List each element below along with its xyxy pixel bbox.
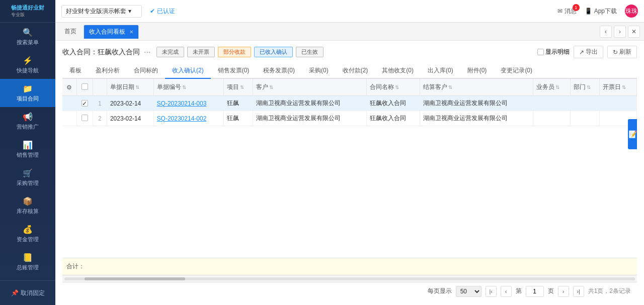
tab-home[interactable]: 首页 bbox=[59, 25, 82, 39]
next-page-button[interactable]: › bbox=[558, 286, 569, 297]
topbar: 好业财专业版演示帐套 ▾ ✔ 已认证 ✉ 1 消息 📱 App下载 珠珠 bbox=[55, 0, 644, 23]
page-input[interactable] bbox=[526, 286, 544, 297]
subtab-income-confirm[interactable]: 收入确认(2) bbox=[165, 63, 211, 79]
sidebar-item-purchase[interactable]: 🛒 采购管理 bbox=[0, 163, 55, 191]
row-settings-0 bbox=[62, 96, 76, 111]
sidebar-label-inventory: 库存核算 bbox=[17, 208, 39, 215]
row-project-1: 狂飙 bbox=[223, 111, 253, 126]
sidebar-item-inventory[interactable]: 📦 库存核算 bbox=[0, 191, 55, 220]
message-icon: ✉ bbox=[557, 8, 562, 15]
company-name: 好业财专业版演示帐套 bbox=[66, 7, 126, 16]
sidebar-label-purchase: 采购管理 bbox=[17, 179, 39, 187]
col-department[interactable]: 部门⇅ bbox=[570, 79, 600, 96]
contract-tab-label: 收入合同看板 bbox=[89, 28, 125, 36]
status-not-issued[interactable]: 未开票 bbox=[187, 47, 215, 57]
status-incomplete[interactable]: 未完成 bbox=[156, 47, 184, 57]
subtab-outbound[interactable]: 出入库(0) bbox=[421, 63, 460, 79]
row-checkbox-0[interactable]: ✓ bbox=[76, 96, 93, 111]
subtab-attachment[interactable]: 附件(0) bbox=[460, 63, 494, 79]
sidebar-item-general[interactable]: 📒 总账管理 bbox=[0, 248, 55, 276]
sidebar-item-sales[interactable]: 📊 销售管理 bbox=[0, 135, 55, 163]
tab-close-all-button[interactable]: ✕ bbox=[628, 26, 640, 38]
table-row[interactable]: 2 2023-02-14 SQ-20230214-002 狂飙 湖南卫视商业运营… bbox=[62, 111, 637, 126]
col-project[interactable]: 项目⇅ bbox=[223, 79, 253, 96]
refresh-button[interactable]: ↻ 刷新 bbox=[607, 46, 637, 58]
sidebar-item-quick[interactable]: ⚡ 快捷导航 bbox=[0, 51, 55, 79]
last-page-button[interactable]: ›| bbox=[573, 286, 584, 297]
col-settings[interactable]: ⚙ bbox=[62, 79, 76, 96]
subtab-sales-invoice[interactable]: 销售发票(0) bbox=[211, 63, 257, 79]
scroll-thumb[interactable] bbox=[85, 277, 185, 280]
sidebar-item-search[interactable]: 🔍 搜索菜单 bbox=[0, 23, 55, 51]
topbar-right: ✉ 1 消息 📱 App下载 珠珠 bbox=[557, 5, 638, 18]
pin-label: 取消固定 bbox=[21, 289, 45, 297]
company-selector[interactable]: 好业财专业版演示帐套 ▾ bbox=[61, 5, 142, 18]
col-select-all[interactable] bbox=[76, 79, 93, 96]
inventory-icon: 📦 bbox=[23, 196, 33, 206]
show-detail-label: 显示明细 bbox=[545, 48, 570, 56]
sidebar-label-quick: 快捷导航 bbox=[17, 67, 39, 74]
sidebar-item-project[interactable]: 📁 项目合同 bbox=[0, 79, 55, 107]
tab-next-button[interactable]: › bbox=[614, 26, 626, 38]
quick-icon: ⚡ bbox=[23, 56, 33, 65]
tab-close-icon[interactable]: ✕ bbox=[129, 29, 133, 35]
row-code-0[interactable]: SQ-20230214-003 bbox=[153, 96, 223, 111]
sidebar-pin-button[interactable]: 📌 取消固定 bbox=[0, 284, 55, 302]
export-button[interactable]: ↗ 导出 bbox=[574, 46, 603, 58]
subtab-other-income[interactable]: 其他收支(0) bbox=[375, 63, 421, 79]
show-detail-checkbox[interactable]: 显示明细 bbox=[537, 48, 570, 56]
capital-icon: 💰 bbox=[23, 225, 33, 234]
chevron-down-icon: ▾ bbox=[128, 8, 131, 15]
sidebar-item-invoice[interactable]: 🧾 发票管理 bbox=[0, 276, 55, 280]
sidebar-item-capital[interactable]: 💰 资金管理 bbox=[0, 220, 55, 248]
sales-icon: 📊 bbox=[23, 140, 33, 150]
col-date[interactable]: 单据日期⇅ bbox=[107, 79, 153, 96]
row-settle-1: 湖南卫视商业运营发展有限公司 bbox=[420, 111, 533, 126]
first-page-button[interactable]: |‹ bbox=[486, 286, 497, 297]
subtab-profit[interactable]: 盈利分析 bbox=[89, 63, 127, 79]
sidebar-item-marketing[interactable]: 📢 营销推广 bbox=[0, 107, 55, 135]
side-note-area: 📝 bbox=[628, 119, 637, 149]
status-partial[interactable]: 部分收款 bbox=[218, 47, 251, 57]
col-code[interactable]: 单据编号⇅ bbox=[153, 79, 223, 96]
row-num-1: 2 bbox=[93, 111, 107, 126]
user-avatar[interactable]: 珠珠 bbox=[625, 5, 638, 18]
col-contract-name[interactable]: 合同名称⇅ bbox=[366, 79, 420, 96]
col-salesperson[interactable]: 业务员⇅ bbox=[533, 79, 571, 96]
row-opendate-0 bbox=[600, 96, 637, 111]
message-button[interactable]: ✉ 1 消息 bbox=[557, 7, 577, 16]
detail-checkbox-icon bbox=[537, 49, 544, 55]
col-customer[interactable]: 客户⇅ bbox=[253, 79, 367, 96]
subtab-change-log[interactable]: 变更记录(0) bbox=[494, 63, 539, 79]
checkbox-icon-1[interactable] bbox=[82, 115, 88, 121]
page-actions: 显示明细 ↗ 导出 ↻ 刷新 bbox=[537, 46, 637, 58]
checkbox-icon-0[interactable]: ✓ bbox=[82, 100, 88, 107]
subtab-kanban[interactable]: 看板 bbox=[62, 63, 89, 79]
tab-prev-button[interactable]: ‹ bbox=[600, 26, 612, 38]
table-row[interactable]: ✓ 1 2023-02-14 SQ-20230214-003 狂飙 湖南卫视商业… bbox=[62, 96, 637, 111]
col-open-date[interactable]: 开票日⇅ bbox=[600, 79, 637, 96]
app-download-button[interactable]: 📱 App下载 bbox=[585, 7, 617, 16]
subtab-tax-invoice[interactable]: 税务发票(0) bbox=[256, 63, 302, 79]
row-code-1[interactable]: SQ-20230214-002 bbox=[153, 111, 223, 126]
subtab-contract-std[interactable]: 合同标的 bbox=[127, 63, 165, 79]
content: 首页 收入合同看板 ✕ ‹ › ✕ 收入合同：狂飙收入合同 ··· 未完成 未开… bbox=[55, 23, 644, 305]
row-checkbox-1[interactable] bbox=[76, 111, 93, 126]
subtab-payment[interactable]: 收付款(2) bbox=[336, 63, 375, 79]
sub-tabs: 看板 盈利分析 合同标的 收入确认(2) 销售发票(0) 税务发票(0) 采购(… bbox=[62, 63, 637, 79]
tab-contract[interactable]: 收入合同看板 ✕ bbox=[84, 25, 139, 39]
note-icon[interactable]: 📝 bbox=[628, 119, 637, 149]
page-title-row: 收入合同：狂飙收入合同 ··· 未完成 未开票 部分收款 已收入确认 已生效 显… bbox=[62, 46, 637, 58]
row-dept-1 bbox=[570, 111, 600, 126]
mobile-icon: 📱 bbox=[585, 8, 592, 15]
per-page-select[interactable]: 20 50 100 200 bbox=[456, 286, 481, 297]
col-settle-customer[interactable]: 结算客户⇅ bbox=[420, 79, 533, 96]
subtab-purchase[interactable]: 采购(0) bbox=[302, 63, 336, 79]
prev-page-button[interactable]: ‹ bbox=[501, 286, 512, 297]
status-effective[interactable]: 已生效 bbox=[296, 47, 324, 57]
more-button[interactable]: ··· bbox=[144, 48, 150, 57]
export-label: 导出 bbox=[586, 48, 598, 56]
app-sub: 专业版 bbox=[11, 12, 44, 18]
horizontal-scrollbar[interactable] bbox=[62, 275, 637, 282]
status-confirmed[interactable]: 已收入确认 bbox=[254, 47, 293, 57]
